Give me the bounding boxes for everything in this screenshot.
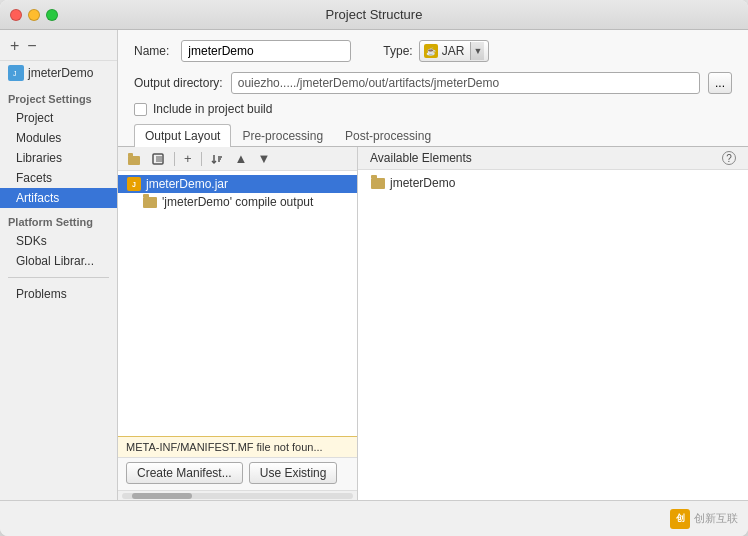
svg-text:J: J <box>13 70 17 77</box>
artifact-up-btn[interactable]: ▲ <box>232 150 251 167</box>
artifact-right-panel: Available Elements ? jmeterDemo <box>358 147 748 500</box>
folder-icon <box>143 197 157 208</box>
type-select-text: JAR <box>442 44 465 58</box>
name-type-row: Name: Type: ☕ JAR ▼ <box>118 30 748 68</box>
sidebar-item-global-libraries[interactable]: Global Librar... <box>0 251 117 271</box>
tree-item-jar-label: jmeterDemo.jar <box>146 177 228 191</box>
watermark-text: 创新互联 <box>694 511 738 526</box>
artifact-area: + ▲ ▼ J jmeterDemo.jar <box>118 147 748 500</box>
available-elements-label: Available Elements <box>370 151 472 165</box>
sidebar-item-libraries[interactable]: Libraries <box>0 148 117 168</box>
sidebar-item-project[interactable]: Project <box>0 108 117 128</box>
artifact-add-btn[interactable]: + <box>181 150 195 167</box>
close-button[interactable] <box>10 9 22 21</box>
artifact-folder-btn[interactable] <box>124 151 144 167</box>
sidebar-item-problems[interactable]: Problems <box>0 284 117 304</box>
include-checkbox[interactable] <box>134 103 147 116</box>
browse-button[interactable]: ... <box>708 72 732 94</box>
artifact-sort-btn[interactable] <box>208 151 228 167</box>
titlebar: Project Structure <box>0 0 748 30</box>
artifact-down-btn[interactable]: ▼ <box>254 150 273 167</box>
sidebar-item-facets[interactable]: Facets <box>0 168 117 188</box>
sidebar-item-modules[interactable]: Modules <box>0 128 117 148</box>
project-icon: J <box>8 65 24 81</box>
remove-button[interactable]: − <box>25 38 38 54</box>
type-section: Type: ☕ JAR ▼ <box>383 40 489 62</box>
sidebar: + − J jmeterDemo Project Settings Projec… <box>0 30 118 500</box>
watermark-logo: 创 <box>670 509 690 529</box>
jar-type-icon: ☕ <box>424 44 438 58</box>
watermark: 创 创新互联 <box>670 509 738 529</box>
available-elements-tree: jmeterDemo <box>358 170 748 500</box>
tree-item-compile-output[interactable]: 'jmeterDemo' compile output <box>118 193 357 211</box>
output-dir-input[interactable] <box>231 72 700 94</box>
maximize-button[interactable] <box>46 9 58 21</box>
project-item-label: jmeterDemo <box>28 66 93 80</box>
tab-output-layout[interactable]: Output Layout <box>134 124 231 147</box>
tab-pre-processing[interactable]: Pre-processing <box>231 124 334 147</box>
sidebar-item-sdks[interactable]: SDKs <box>0 231 117 251</box>
artifact-list-btn[interactable] <box>148 151 168 167</box>
main-content: + − J jmeterDemo Project Settings Projec… <box>0 30 748 500</box>
project-structure-window: Project Structure + − J jmeterDemo Proje… <box>0 0 748 536</box>
type-select[interactable]: ☕ JAR ▼ <box>419 40 490 62</box>
minimize-button[interactable] <box>28 9 40 21</box>
tab-post-processing[interactable]: Post-processing <box>334 124 442 147</box>
artifact-toolbar: + ▲ ▼ <box>118 147 357 171</box>
svg-rect-2 <box>128 156 140 165</box>
scrollbar-thumb <box>132 493 192 499</box>
tree-item-child-label: 'jmeterDemo' compile output <box>162 195 313 209</box>
project-item[interactable]: J jmeterDemo <box>0 61 117 85</box>
toolbar-separator2 <box>201 152 202 166</box>
sidebar-item-artifacts[interactable]: Artifacts <box>0 188 117 208</box>
use-existing-button[interactable]: Use Existing <box>249 462 338 484</box>
type-label: Type: <box>383 44 412 58</box>
artifact-left-panel: + ▲ ▼ J jmeterDemo.jar <box>118 147 358 500</box>
toolbar-separator <box>174 152 175 166</box>
tabs-row: Output Layout Pre-processing Post-proces… <box>118 124 748 147</box>
platform-settings-title: Platform Setting <box>0 208 117 231</box>
warning-text: META-INF/MANIFEST.MF file not foun... <box>126 441 323 453</box>
available-elements-header: Available Elements ? <box>358 147 748 170</box>
artifact-tree: J jmeterDemo.jar 'jmeterDemo' compile ou… <box>118 171 357 436</box>
right-panel: Name: Type: ☕ JAR ▼ Output directory: ..… <box>118 30 748 500</box>
help-icon[interactable]: ? <box>722 151 736 165</box>
traffic-lights <box>10 9 58 21</box>
include-label: Include in project build <box>153 102 272 116</box>
tree-item-jar[interactable]: J jmeterDemo.jar <box>118 175 357 193</box>
add-button[interactable]: + <box>8 38 21 54</box>
window-title: Project Structure <box>326 7 423 22</box>
output-dir-label: Output directory: <box>134 76 223 90</box>
horizontal-scrollbar[interactable] <box>118 490 357 500</box>
scrollbar-track <box>122 493 353 499</box>
warning-bar: META-INF/MANIFEST.MF file not foun... <box>118 436 357 457</box>
svg-rect-3 <box>128 153 133 157</box>
action-btns-row: Create Manifest... Use Existing <box>118 457 357 490</box>
avail-folder-icon <box>371 178 385 189</box>
type-select-arrow: ▼ <box>470 42 484 60</box>
project-settings-title: Project Settings <box>0 85 117 108</box>
bottom-bar: 创 创新互联 <box>0 500 748 536</box>
jar-icon: J <box>126 177 142 191</box>
folder-icon-wrapper <box>142 195 158 209</box>
include-row: Include in project build <box>118 98 748 124</box>
output-dir-row: Output directory: ... <box>118 68 748 98</box>
sidebar-toolbar: + − <box>0 34 117 61</box>
available-item-jmeterdemo[interactable]: jmeterDemo <box>358 174 748 192</box>
available-item-label: jmeterDemo <box>390 176 455 190</box>
create-manifest-button[interactable]: Create Manifest... <box>126 462 243 484</box>
sidebar-divider <box>8 277 109 278</box>
avail-folder-icon-wrapper <box>370 176 386 190</box>
name-input[interactable] <box>181 40 351 62</box>
name-label: Name: <box>134 44 169 58</box>
